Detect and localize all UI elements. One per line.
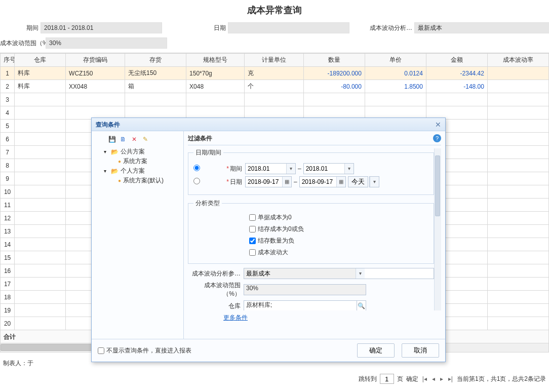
cell: 4	[1, 106, 15, 120]
cell	[487, 291, 548, 304]
cell: 150*70g	[186, 67, 245, 80]
cell	[15, 106, 66, 120]
skip-checkbox[interactable]	[98, 347, 104, 354]
range-sep: –	[292, 178, 299, 185]
col-header[interactable]: 金额	[426, 54, 487, 67]
edit-icon[interactable]: ✎	[141, 135, 149, 143]
col-header[interactable]: 仓库	[15, 54, 66, 67]
chk-doc-zero-label: 单据成本为0	[258, 213, 292, 222]
period-from-input[interactable]	[246, 164, 286, 174]
folder-icon: 📂	[111, 148, 119, 155]
help-icon[interactable]: ?	[433, 134, 441, 142]
col-header[interactable]: 单价	[365, 54, 426, 67]
calendar-icon[interactable]: ▦	[336, 177, 345, 187]
cell	[15, 238, 66, 251]
ok-button[interactable]: 确定	[357, 343, 395, 358]
table-row[interactable]: 1料库WCZ150无尘纸150150*70g克-189200.0000.0124…	[1, 67, 549, 80]
col-header[interactable]: 序号	[1, 54, 15, 67]
collapse-icon[interactable]: ▾	[104, 149, 109, 154]
skip-label: 不显示查询条件，直接进入报表	[106, 346, 191, 355]
calendar-icon[interactable]: ▦	[282, 177, 291, 187]
filter-tab[interactable]: 过滤条件	[188, 134, 212, 143]
cell: 1.8500	[365, 80, 426, 93]
period-to-input[interactable]	[304, 164, 344, 174]
tree-personal[interactable]: ▾ 📂 个人方案	[98, 166, 181, 176]
chevron-down-icon[interactable]: ▾	[344, 164, 354, 174]
cell: -2344.42	[426, 67, 487, 80]
cell: 3	[1, 93, 15, 106]
cell	[426, 93, 487, 106]
chk-fluct[interactable]	[249, 249, 256, 256]
cell: 料库	[15, 80, 66, 93]
cell: 17	[1, 278, 15, 291]
cell	[15, 199, 66, 212]
tree-public-leaf[interactable]: ● 系统方案	[98, 157, 181, 166]
next-page-icon[interactable]: ▸	[439, 375, 444, 382]
header-filters: 期间 2018.01 - 2018.01 日期 成本波动分析… 最新成本	[0, 22, 549, 37]
col-header[interactable]: 存货	[125, 54, 186, 67]
cell: WCZ150	[66, 67, 125, 80]
chk-qty-neg-label: 结存数量为负	[258, 237, 294, 245]
cell: X048	[186, 80, 245, 93]
cell: 6	[1, 133, 15, 146]
col-header[interactable]: 规格型号	[186, 54, 245, 67]
goto-input[interactable]	[380, 374, 394, 384]
tree-public-leaf-label: 系统方案	[123, 157, 147, 166]
date-from-input[interactable]	[246, 177, 282, 187]
first-page-icon[interactable]: |◂	[421, 375, 428, 382]
col-header[interactable]: 数量	[303, 54, 365, 67]
period-radio[interactable]	[193, 165, 200, 171]
page-title: 成本异常查询	[0, 0, 549, 22]
chk-bal-zero[interactable]	[249, 226, 256, 232]
cell	[487, 264, 548, 278]
cell	[487, 146, 548, 159]
chevron-down-icon[interactable]: ▾	[356, 268, 365, 279]
tree-public-label: 公共方案	[121, 147, 145, 156]
wh-input[interactable]: 原材料库;	[244, 300, 357, 310]
last-page-icon[interactable]: ▸|	[447, 375, 454, 382]
today-button[interactable]: 今天	[348, 176, 368, 187]
collapse-icon[interactable]: ▾	[104, 168, 109, 174]
table-row[interactable]: 3	[1, 93, 549, 106]
col-header[interactable]: 存货编码	[66, 54, 125, 67]
save-icon[interactable]: 💾	[108, 135, 116, 143]
vertical-scrollbar[interactable]	[434, 148, 441, 310]
cell	[66, 93, 125, 106]
col-header[interactable]: 计量单位	[244, 54, 303, 67]
delete-icon[interactable]: ✕	[130, 135, 138, 143]
cell	[15, 291, 66, 304]
close-icon[interactable]: ✕	[435, 118, 441, 131]
cell	[15, 212, 66, 225]
chevron-down-icon[interactable]: ▾	[370, 177, 379, 187]
tree-public[interactable]: ▾ 📂 公共方案	[98, 146, 181, 157]
tree-personal-label: 个人方案	[121, 167, 145, 175]
col-header[interactable]: 成本波动率	[487, 54, 548, 67]
date-to-input[interactable]	[300, 177, 336, 187]
chevron-down-icon[interactable]: ▾	[286, 164, 295, 174]
lookup-icon[interactable]: 🔍	[357, 300, 366, 310]
more-conditions-link[interactable]: 更多条件	[223, 313, 248, 322]
goto-confirm[interactable]: 确定	[406, 375, 418, 383]
cell: 16	[1, 264, 15, 278]
goto-label: 跳转到	[359, 375, 377, 383]
saveas-icon[interactable]: 🗎	[119, 135, 127, 143]
bullet-icon: ●	[118, 178, 121, 183]
chk-qty-neg[interactable]	[249, 238, 256, 244]
range2-input[interactable]: 30%	[244, 284, 366, 295]
cancel-button[interactable]: 取消	[402, 343, 439, 358]
cell: 11	[1, 199, 15, 212]
param-input[interactable]	[244, 268, 356, 279]
cell: 13	[1, 225, 15, 238]
prev-page-icon[interactable]: ◂	[431, 375, 436, 382]
range2-label: 成本波动范围（%）	[188, 281, 244, 298]
cell: 19	[1, 304, 15, 317]
tree-personal-leaf[interactable]: ● 系统方案(默认)	[98, 176, 181, 185]
chk-doc-zero[interactable]	[249, 214, 256, 221]
cell: 12	[1, 212, 15, 225]
cell	[303, 93, 365, 106]
table-row[interactable]: 2料库XX048箱X048个-80.0001.8500-148.00	[1, 80, 549, 93]
page-suffix: 页	[397, 375, 403, 383]
cell	[186, 93, 245, 106]
bullet-icon: ●	[118, 159, 121, 164]
date-radio[interactable]	[193, 178, 200, 184]
